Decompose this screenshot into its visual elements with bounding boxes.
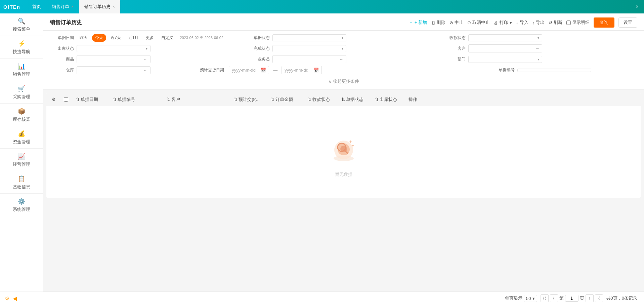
page-last-btn[interactable]: ⟩⟩ bbox=[595, 294, 603, 302]
page-size-box[interactable]: 50 ▾ bbox=[524, 295, 537, 302]
th-docstatus[interactable]: ⇅ 单据状态 bbox=[339, 97, 372, 103]
sales-icon: 📊 bbox=[18, 63, 25, 70]
th-date[interactable]: ⇅ 单据日期 bbox=[73, 97, 110, 103]
empty-icon: ✦ ✦ bbox=[327, 133, 360, 167]
warehouse-input[interactable]: ··· bbox=[77, 66, 151, 74]
goods-input[interactable]: ··· bbox=[77, 55, 151, 63]
display-toggle[interactable]: 显示明细 bbox=[566, 20, 590, 26]
sidebar-item-operation[interactable]: 📈 经营管理 bbox=[0, 149, 43, 171]
export-icon: ↑ bbox=[532, 20, 535, 25]
cancel-stop-button[interactable]: ⊙ 取消中止 bbox=[467, 20, 490, 26]
customer-dots: ··· bbox=[536, 46, 539, 51]
customer-input[interactable]: ··· bbox=[468, 44, 542, 52]
refresh-button[interactable]: ↺ 刷新 bbox=[549, 20, 562, 26]
delivery-date-to-value: yyyy-mm-dd bbox=[285, 68, 308, 73]
print-chevron: ▾ bbox=[510, 20, 512, 25]
page-label: 第 bbox=[559, 295, 564, 301]
page-input[interactable] bbox=[565, 295, 578, 302]
query-button[interactable]: 查询 bbox=[594, 17, 614, 28]
payment-status-select[interactable]: ▾ bbox=[468, 34, 542, 41]
import-button[interactable]: ↓ 导入 bbox=[516, 20, 528, 26]
sidebar-item-purchase[interactable]: 🛒 采购管理 bbox=[0, 81, 43, 104]
salesperson-input[interactable]: ··· bbox=[272, 55, 346, 63]
sidebar-item-sales[interactable]: 📊 销售管理 bbox=[0, 59, 43, 81]
th-docno[interactable]: ⇅ 单据编号 bbox=[110, 97, 164, 103]
date-tag-yesterday[interactable]: 昨天 bbox=[77, 34, 91, 42]
sidebar-item-base[interactable]: 📋 基础信息 bbox=[0, 171, 43, 194]
sidebar-item-search[interactable]: 🔍 搜索菜单 bbox=[0, 13, 43, 36]
date-tag-last7[interactable]: 近7天 bbox=[108, 34, 124, 42]
th-delivery[interactable]: ⇅ 预计交货... bbox=[231, 97, 268, 103]
page-first-btn[interactable]: ⟨⟨ bbox=[541, 294, 549, 302]
tab-home[interactable]: 首页 bbox=[27, 0, 46, 13]
sort-icon-docno: ⇅ bbox=[113, 97, 117, 102]
tab-sales-order-history-close[interactable]: × bbox=[113, 4, 115, 9]
sidebar-item-operation-label: 经营管理 bbox=[13, 161, 30, 167]
tab-sales-order[interactable]: 销售订单 × bbox=[46, 0, 79, 13]
complete-status-label: 完成状态 bbox=[246, 46, 272, 51]
sidebar-item-quicknav[interactable]: ⚡ 快捷导航 bbox=[0, 36, 43, 59]
out-status-select[interactable]: ▾ bbox=[77, 45, 151, 52]
window-close-btn[interactable]: × bbox=[634, 4, 641, 10]
export-label: 导出 bbox=[536, 20, 545, 26]
delivery-date-to-cal: 📅 bbox=[313, 68, 319, 73]
th-customer[interactable]: ⇅ 客户 bbox=[164, 97, 231, 103]
th-amount[interactable]: ⇅ 订单金额 bbox=[268, 97, 305, 103]
search-icon: 🔍 bbox=[18, 17, 25, 25]
page-prev-btn[interactable]: ⟨ bbox=[550, 294, 558, 302]
sidebar-item-purchase-label: 采购管理 bbox=[13, 94, 30, 100]
collapse-sidebar-icon[interactable]: ◀ bbox=[13, 295, 17, 302]
print-label: 打印 bbox=[500, 20, 508, 26]
date-tag-custom[interactable]: 自定义 bbox=[158, 34, 176, 42]
out-status-chevron: ▾ bbox=[146, 47, 147, 50]
sort-icon-delivery: ⇅ bbox=[234, 97, 238, 102]
date-tag-last1m[interactable]: 近1月 bbox=[125, 34, 142, 42]
collapse-more-btn[interactable]: ∧ 收起更多条件 bbox=[50, 77, 637, 86]
svg-text:✦: ✦ bbox=[351, 143, 355, 148]
tab-sales-order-history[interactable]: 销售订单历史 × bbox=[79, 0, 120, 13]
th-date-label: 单据日期 bbox=[81, 97, 98, 103]
dept-select[interactable]: ▾ bbox=[468, 56, 542, 63]
doc-no-input[interactable] bbox=[517, 69, 591, 72]
sidebar-item-inventory[interactable]: 📦 库存核算 bbox=[0, 104, 43, 126]
select-all-checkbox[interactable] bbox=[64, 97, 68, 102]
th-ops: 操作 bbox=[406, 97, 638, 103]
payment-status-label: 收款状态 bbox=[441, 35, 468, 41]
th-settings[interactable]: ⚙ bbox=[49, 97, 61, 102]
add-button[interactable]: ＋ + 新增 bbox=[409, 20, 427, 26]
th-docno-label: 单据编号 bbox=[118, 97, 135, 103]
page-next-btn[interactable]: ⟩ bbox=[586, 294, 594, 302]
th-customer-label: 客户 bbox=[171, 97, 180, 103]
delivery-date-from-value: yyyy-mm-dd bbox=[232, 68, 256, 73]
sidebar-item-finance[interactable]: 💰 资金管理 bbox=[0, 126, 43, 149]
settings-button[interactable]: 设置 bbox=[618, 17, 637, 28]
page-size-value: 50 bbox=[526, 296, 531, 301]
sidebar-item-system[interactable]: ⚙️ 系统管理 bbox=[0, 194, 43, 216]
delivery-date-to[interactable]: yyyy-mm-dd 📅 bbox=[282, 66, 322, 74]
display-toggle-label: 显示明细 bbox=[572, 20, 590, 26]
dept-label: 部门 bbox=[441, 56, 468, 62]
display-toggle-checkbox[interactable] bbox=[566, 21, 571, 25]
print-button[interactable]: 🖨 打印 ▾ bbox=[494, 20, 512, 26]
table-area: ⚙ ⇅ 单据日期 ⇅ 单据编号 ⇅ 客户 bbox=[43, 89, 644, 291]
page-nav: ⟨⟨ ⟨ 第 页 ⟩ ⟩⟩ bbox=[541, 294, 603, 302]
stop-button[interactable]: ⊘ 中止 bbox=[449, 20, 463, 26]
delete-button[interactable]: 🗑 删除 bbox=[431, 20, 445, 26]
sidebar-item-search-label: 搜索菜单 bbox=[13, 26, 30, 32]
filter-area: 单据日期 昨天 今天 近7天 近1月 更多 自定义 2023-06-02 至 2… bbox=[43, 31, 644, 89]
doc-status-select[interactable]: ▾ bbox=[272, 34, 346, 41]
goods-label: 商品 bbox=[50, 56, 77, 62]
complete-status-select[interactable]: ▾ bbox=[272, 45, 346, 52]
th-outstatus[interactable]: ⇅ 出库状态 bbox=[372, 97, 406, 103]
page-size-chevron: ▾ bbox=[532, 296, 535, 301]
date-tag-today[interactable]: 今天 bbox=[92, 34, 106, 42]
date-tag-more[interactable]: 更多 bbox=[143, 34, 157, 42]
th-checkbox[interactable] bbox=[61, 97, 73, 102]
settings-bottom-icon[interactable]: ⚙ bbox=[5, 295, 9, 302]
tab-sales-order-close[interactable]: × bbox=[71, 4, 74, 9]
sidebar-item-sales-label: 销售管理 bbox=[13, 71, 30, 77]
export-button[interactable]: ↑ 导出 bbox=[532, 20, 545, 26]
th-payment[interactable]: ⇅ 收款状态 bbox=[305, 97, 339, 103]
delivery-date-from[interactable]: yyyy-mm-dd 📅 bbox=[229, 66, 269, 74]
doc-status-label: 单据状态 bbox=[246, 35, 272, 41]
